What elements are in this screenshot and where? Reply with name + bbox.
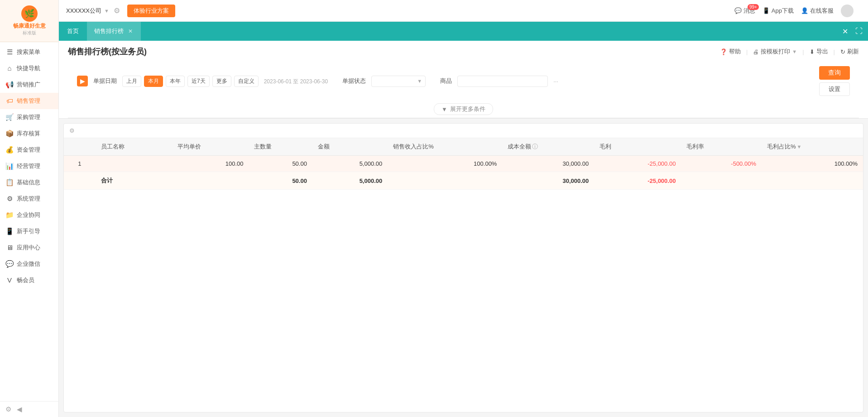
footer-td-2 xyxy=(172,172,249,190)
online-service-btn[interactable]: 👤 在线客服 xyxy=(801,7,834,15)
filter-settings-btn[interactable]: 设置 xyxy=(819,82,850,96)
gross-pct-filter-icon[interactable]: ▼ xyxy=(797,144,802,149)
sidebar-item-search[interactable]: ☰搜索菜单 xyxy=(0,44,58,60)
sidebar-icon-sales: 🏷 xyxy=(5,97,14,105)
sidebar-label-member: 畅会员 xyxy=(17,276,34,284)
sidebar-item-collab[interactable]: 📁企业协同 xyxy=(0,207,58,223)
company-name: XXXXXX公司 xyxy=(66,7,101,15)
sidebar-item-finance[interactable]: 💰资金管理 xyxy=(0,142,58,158)
tab-home[interactable]: 首页 xyxy=(59,22,87,41)
sidebar-item-marketing[interactable]: 📢营销推广 xyxy=(0,77,58,93)
tab-maximize-icon[interactable]: ⛶ xyxy=(854,25,864,37)
print-btn[interactable]: 🖨 按模板打印 ▼ xyxy=(753,48,797,56)
sidebar-label-finance: 资金管理 xyxy=(17,146,40,154)
date-btn-3[interactable]: 近7天 xyxy=(187,76,210,87)
th-amount: 金额 xyxy=(312,138,388,156)
help-btn[interactable]: ❓ 帮助 xyxy=(720,48,741,56)
sidebar-icon-member: V xyxy=(5,276,14,284)
tab-close-window-icon[interactable]: ✕ xyxy=(840,25,850,38)
td-cost_amount: 30,000.00 xyxy=(502,156,594,172)
sidebar-item-appstore[interactable]: 🖥应用中心 xyxy=(0,240,58,256)
expand-conditions-btn[interactable]: ▼ 展开更多条件 xyxy=(434,103,493,115)
date-filter-group: 上月本月本年近7天更多自定义 xyxy=(122,76,259,87)
table-footer: 合计50.005,000.0030,000.00-25,000.00 xyxy=(64,172,863,190)
tab-label: 销售排行榜 xyxy=(94,27,124,35)
sidebar-logo: 🌿 畅康通好生意 标准版 xyxy=(0,0,58,42)
trial-btn[interactable]: 体验行业方案 xyxy=(127,5,175,17)
refresh-label: 刷新 xyxy=(847,48,859,56)
td-gross_pct: 100.00% xyxy=(762,156,863,172)
filter-toggle-btn[interactable]: ▶ xyxy=(77,76,88,86)
print-label: 按模板打印 xyxy=(761,48,790,56)
message-btn[interactable]: 💬 消息 99+ xyxy=(734,7,755,15)
td-gross_rate: -500.00% xyxy=(681,156,762,172)
sidebar-item-sales[interactable]: 🏷销售管理 xyxy=(0,93,58,109)
sidebar-icon-wechat: 💬 xyxy=(5,260,14,268)
settings-icon[interactable]: ⚙ xyxy=(5,405,11,413)
app-icon: 📱 xyxy=(762,7,770,14)
sidebar-item-guide[interactable]: 📱新手引导 xyxy=(0,223,58,240)
th-rank xyxy=(64,138,96,156)
date-btn-5[interactable]: 自定义 xyxy=(234,76,259,87)
goods-input[interactable] xyxy=(457,76,548,87)
page-header: 销售排行榜(按业务员) ❓ 帮助 | 🖨 按模板打印 ▼ | ⬇ xyxy=(59,41,868,119)
tab-close-btn[interactable]: ✕ xyxy=(127,27,134,35)
status-select[interactable] xyxy=(371,76,426,87)
date-range: 2023-06-01 至 2023-06-30 xyxy=(264,78,328,86)
topbar-settings-icon[interactable]: ⚙ xyxy=(114,6,120,15)
sidebar-icon-inventory: 📦 xyxy=(5,129,14,138)
sidebar-icon-guide: 📱 xyxy=(5,227,14,235)
date-btn-1[interactable]: 本月 xyxy=(144,76,163,87)
table-footer-row: 合计50.005,000.0030,000.00-25,000.00 xyxy=(64,172,863,190)
goods-filter-label: 商品 xyxy=(440,77,452,85)
th-cost_amount: 成本全额ⓘ xyxy=(502,138,594,156)
sidebar-icon-appstore: 🖥 xyxy=(5,244,14,251)
footer-td-3: 50.00 xyxy=(249,172,312,190)
company-arrow-icon: ▼ xyxy=(104,8,109,14)
sidebar-label-purchase: 采购管理 xyxy=(17,113,40,121)
sidebar-label-sales: 销售管理 xyxy=(17,97,40,105)
app-download-btn[interactable]: 📱 App下载 xyxy=(762,7,794,15)
main-area: XXXXXX公司 ▼ ⚙ 体验行业方案 💬 消息 99+ 📱 App下载 👤 在… xyxy=(59,0,868,417)
sidebar-icon-system: ⚙ xyxy=(5,195,14,203)
service-label: 在线客服 xyxy=(810,7,834,15)
sidebar-icon-base: 📋 xyxy=(5,178,14,187)
sidebar-item-purchase[interactable]: 🛒采购管理 xyxy=(0,109,58,125)
date-btn-0[interactable]: 上月 xyxy=(122,76,141,87)
service-icon: 👤 xyxy=(801,7,808,14)
th-gross_rate: 毛利率 xyxy=(681,138,762,156)
sidebar: 🌿 畅康通好生意 标准版 ☰搜索菜单⌂快捷导航📢营销推广🏷销售管理🛒采购管理📦库… xyxy=(0,0,59,417)
query-btn[interactable]: 查询 xyxy=(819,66,850,80)
sidebar-label-wechat: 企业微信 xyxy=(17,260,40,268)
sidebar-item-base[interactable]: 📋基础信息 xyxy=(0,174,58,191)
company-selector[interactable]: XXXXXX公司 ▼ xyxy=(66,7,109,15)
td-name xyxy=(96,156,172,172)
table-row: 1100.0050.005,000.00100.00%30,000.00-25,… xyxy=(64,156,863,172)
sidebar-label-collab: 企业协同 xyxy=(17,211,40,219)
logo-title: 畅康通好生意 xyxy=(13,23,46,30)
sidebar-label-marketing: 营销推广 xyxy=(17,81,40,89)
sidebar-item-operation[interactable]: 📊经营管理 xyxy=(0,158,58,174)
footer-td-7: -25,000.00 xyxy=(594,172,681,190)
more-filter-icon[interactable]: ··· xyxy=(553,78,558,85)
sidebar-icon-quick-nav: ⌂ xyxy=(5,64,14,72)
sidebar-item-wechat[interactable]: 💬企业微信 xyxy=(0,256,58,272)
sidebar-item-member[interactable]: V畅会员 xyxy=(0,272,58,288)
sidebar-item-inventory[interactable]: 📦库存核算 xyxy=(0,125,58,142)
export-btn[interactable]: ⬇ 导出 xyxy=(810,48,828,56)
refresh-btn[interactable]: ↻ 刷新 xyxy=(840,48,859,56)
footer-td-5 xyxy=(388,172,502,190)
sidebar-item-system[interactable]: ⚙系统管理 xyxy=(0,191,58,207)
cost-help-icon[interactable]: ⓘ xyxy=(532,143,538,150)
collapse-icon[interactable]: ◀ xyxy=(17,405,22,413)
user-avatar[interactable] xyxy=(841,5,854,17)
sidebar-label-system: 系统管理 xyxy=(17,195,40,203)
date-btn-2[interactable]: 本年 xyxy=(166,76,185,87)
table-settings-icon[interactable]: ⚙ xyxy=(69,127,75,134)
filter-bar: ▶ 单据日期 上月本月本年近7天更多自定义 2023-06-01 至 2023-… xyxy=(68,62,859,101)
td-sales_pct: 100.00% xyxy=(388,156,502,172)
sidebar-item-quick-nav[interactable]: ⌂快捷导航 xyxy=(0,60,58,77)
sidebar-menu: ☰搜索菜单⌂快捷导航📢营销推广🏷销售管理🛒采购管理📦库存核算💰资金管理📊经营管理… xyxy=(0,42,58,401)
date-btn-4[interactable]: 更多 xyxy=(212,76,231,87)
tab-sales-ranking[interactable]: 销售排行榜 ✕ xyxy=(87,22,141,41)
